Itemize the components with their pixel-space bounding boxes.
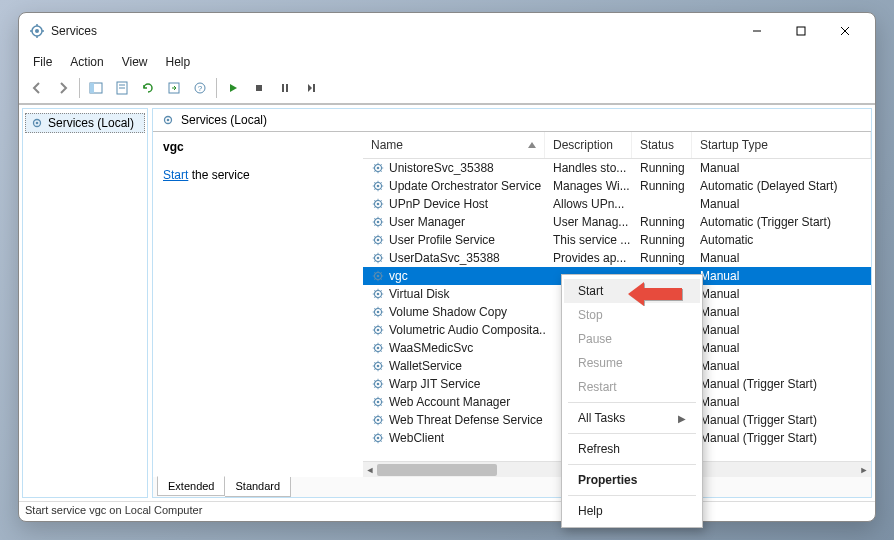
svg-line-83 [380, 260, 381, 261]
service-row[interactable]: UnistoreSvc_35388Handles sto...RunningMa… [363, 159, 871, 177]
svg-line-153 [380, 386, 381, 387]
gear-icon [371, 251, 385, 265]
svg-line-45 [380, 182, 381, 183]
svg-line-52 [374, 200, 375, 201]
stop-button[interactable] [247, 77, 271, 99]
svg-line-184 [374, 440, 375, 441]
context-menu-all-tasks[interactable]: All Tasks▶ [564, 406, 700, 430]
svg-line-42 [374, 182, 375, 183]
svg-line-54 [374, 206, 375, 207]
service-name: Volumetric Audio Composita... [389, 323, 545, 337]
svg-point-147 [377, 383, 380, 386]
service-desc: Handles sto... [545, 161, 632, 175]
context-menu-label: Help [578, 504, 603, 518]
service-row[interactable]: User Profile ServiceThis service ...Runn… [363, 231, 871, 249]
service-status: Running [632, 215, 692, 229]
gear-icon [371, 431, 385, 445]
svg-line-133 [380, 350, 381, 351]
menu-view[interactable]: View [114, 51, 156, 73]
service-name: Web Account Manager [389, 395, 510, 409]
svg-line-115 [380, 308, 381, 309]
svg-line-124 [374, 332, 375, 333]
restart-button[interactable] [299, 77, 323, 99]
gear-icon [161, 113, 175, 127]
service-name: Web Threat Defense Service [389, 413, 543, 427]
svg-line-155 [380, 380, 381, 381]
service-row[interactable]: User ManagerUser Manag...RunningAutomati… [363, 213, 871, 231]
show-hide-button[interactable] [84, 77, 108, 99]
pause-button[interactable] [273, 77, 297, 99]
statusbar: Start service vgc on Local Computer [19, 501, 875, 521]
service-row[interactable]: UPnP Device HostAllows UPn...Manual [363, 195, 871, 213]
back-button[interactable] [25, 77, 49, 99]
menu-file[interactable]: File [25, 51, 60, 73]
list-header: Name Description Status Startup Type [363, 132, 871, 159]
svg-point-177 [377, 437, 380, 440]
nav-tree[interactable]: Services (Local) [22, 108, 148, 498]
start-service-link[interactable]: Start [163, 168, 188, 182]
column-startup[interactable]: Startup Type [692, 132, 871, 158]
context-menu-label: Properties [578, 473, 637, 487]
svg-line-75 [380, 236, 381, 237]
svg-line-135 [380, 344, 381, 345]
menu-help[interactable]: Help [158, 51, 199, 73]
tab-extended[interactable]: Extended [157, 476, 225, 496]
column-description[interactable]: Description [545, 132, 632, 158]
gear-icon [371, 269, 385, 283]
svg-line-163 [380, 404, 381, 405]
context-menu-label: Refresh [578, 442, 620, 456]
titlebar[interactable]: Services [19, 13, 875, 49]
tab-strip: Extended Standard [153, 477, 871, 497]
properties-button[interactable] [110, 77, 134, 99]
service-name: WalletService [389, 359, 462, 373]
gear-icon [371, 161, 385, 175]
service-name: UserDataSvc_35388 [389, 251, 500, 265]
svg-line-114 [374, 314, 375, 315]
svg-line-112 [374, 308, 375, 309]
svg-line-173 [380, 422, 381, 423]
context-menu-help[interactable]: Help [564, 499, 700, 523]
context-menu-separator [568, 433, 696, 434]
gear-icon [371, 179, 385, 193]
menu-action[interactable]: Action [62, 51, 111, 73]
minimize-button[interactable] [735, 16, 779, 46]
context-menu-resume: Resume [564, 351, 700, 375]
scroll-right-icon[interactable]: ► [857, 462, 871, 478]
detail-action-suffix: the service [188, 168, 249, 182]
help-button[interactable]: ? [188, 77, 212, 99]
tab-standard[interactable]: Standard [225, 477, 291, 497]
context-menu-label: Restart [578, 380, 617, 394]
gear-icon [371, 215, 385, 229]
service-desc: Manages Wi... [545, 179, 632, 193]
export-button[interactable] [162, 77, 186, 99]
svg-line-105 [380, 290, 381, 291]
close-button[interactable] [823, 16, 867, 46]
svg-line-122 [374, 326, 375, 327]
forward-button[interactable] [51, 77, 75, 99]
svg-rect-19 [282, 84, 284, 92]
service-row[interactable]: UserDataSvc_35388Provides ap...RunningMa… [363, 249, 871, 267]
context-menu-properties[interactable]: Properties [564, 468, 700, 492]
scroll-thumb[interactable] [377, 464, 497, 476]
svg-line-65 [380, 218, 381, 219]
service-status: Running [632, 251, 692, 265]
column-name[interactable]: Name [363, 132, 545, 158]
service-status: Running [632, 233, 692, 247]
svg-line-34 [374, 170, 375, 171]
service-row[interactable]: Update Orchestrator ServiceManages Wi...… [363, 177, 871, 195]
context-menu-refresh[interactable]: Refresh [564, 437, 700, 461]
gear-icon [371, 197, 385, 211]
menubar: File Action View Help [19, 49, 875, 75]
maximize-button[interactable] [779, 16, 823, 46]
svg-line-182 [374, 434, 375, 435]
gear-icon [371, 341, 385, 355]
column-status[interactable]: Status [632, 132, 692, 158]
scroll-left-icon[interactable]: ◄ [363, 462, 377, 478]
start-button[interactable] [221, 77, 245, 99]
context-menu-stop: Stop [564, 303, 700, 327]
svg-line-123 [380, 332, 381, 333]
chevron-right-icon: ▶ [678, 413, 686, 424]
refresh-button[interactable] [136, 77, 160, 99]
tree-item-services-local[interactable]: Services (Local) [25, 113, 145, 133]
svg-rect-18 [256, 85, 262, 91]
